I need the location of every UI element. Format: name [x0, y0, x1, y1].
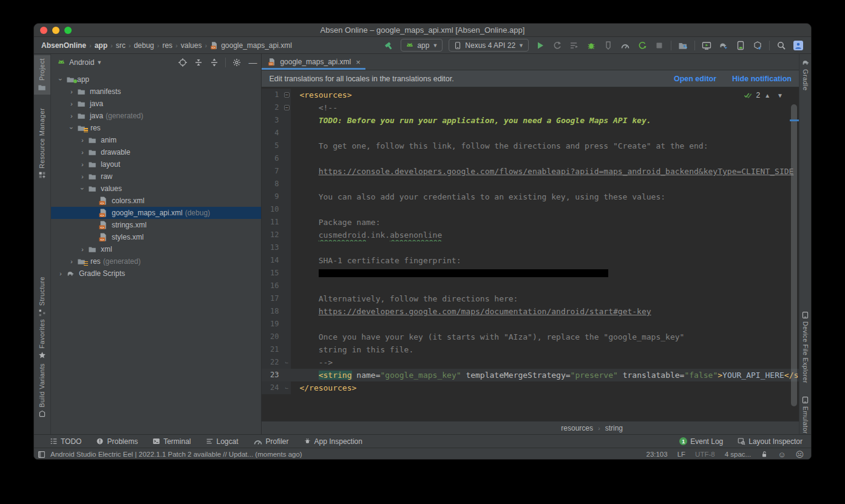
hide-panel-icon[interactable]: —	[248, 58, 257, 67]
locate-file-icon[interactable]	[178, 58, 188, 67]
tree-item-manifests[interactable]: ›manifests	[51, 86, 261, 98]
code-line-21[interactable]: 21 string in this file.	[262, 343, 799, 356]
toolwindow-terminal[interactable]: Terminal	[152, 437, 191, 446]
line-ending[interactable]: LF	[677, 451, 685, 458]
sad-face-icon[interactable]: ☹	[795, 450, 804, 459]
tree-chevron-icon[interactable]: ›	[78, 173, 87, 180]
running-devices-icon[interactable]	[701, 40, 712, 51]
code-line-6[interactable]: 6	[262, 152, 799, 165]
tree-item-res[interactable]: ›res(generated)	[51, 255, 261, 267]
tree-chevron-icon[interactable]: ›	[78, 161, 87, 168]
code-editor[interactable]: 1−<resources>2− <!--3 TODO: Before you r…	[262, 87, 799, 421]
tree-item-values[interactable]: ›values	[51, 183, 261, 195]
tree-chevron-icon[interactable]: ›	[56, 270, 66, 277]
code-line-1[interactable]: 1−<resources>	[262, 89, 799, 101]
stop-button[interactable]	[654, 40, 665, 51]
tree-chevron-icon[interactable]: ›	[67, 258, 76, 265]
avd-manager-icon[interactable]	[735, 40, 746, 51]
code-line-4[interactable]: 4	[262, 127, 799, 139]
code-line-19[interactable]: 19	[262, 318, 799, 331]
code-line-8[interactable]: 8	[262, 178, 799, 190]
tree-item-gradle-scripts[interactable]: ›Gradle Scripts	[51, 267, 261, 280]
run-configuration-select[interactable]: app ▼	[401, 39, 443, 52]
tree-item-layout[interactable]: ›layout	[51, 158, 261, 170]
sidebar-item-structure[interactable]: Structure	[34, 274, 50, 320]
tree-item-java[interactable]: ›java	[51, 98, 261, 110]
code-line-7[interactable]: 7 https://console.developers.google.com/…	[262, 165, 799, 178]
code-line-13[interactable]: 13	[262, 241, 799, 254]
fold-marker-icon[interactable]: −	[282, 89, 291, 101]
sidebar-item-device-file-explorer[interactable]: Device File Explorer	[799, 307, 811, 386]
fold-marker-icon[interactable]: ⌐	[282, 356, 291, 369]
next-problem-icon[interactable]: ▼	[777, 92, 783, 99]
tree-chevron-icon[interactable]: ›	[78, 136, 87, 144]
breadcrumb-item[interactable]: app	[95, 41, 107, 50]
inspection-widget[interactable]: 2 ▲ ▼	[744, 91, 784, 99]
prev-problem-icon[interactable]: ▲	[764, 92, 770, 99]
apply-code-changes-button[interactable]	[569, 40, 580, 51]
encoding[interactable]: UTF-8	[695, 451, 715, 458]
code-line-11[interactable]: 11 Package name:	[262, 216, 799, 229]
toolwindow-logcat[interactable]: Logcat	[206, 437, 239, 446]
layout-inspector-button[interactable]: Layout Inspector	[738, 437, 803, 446]
tree-chevron-icon[interactable]: ›	[78, 149, 87, 156]
breadcrumb-item[interactable]: res	[162, 41, 172, 50]
sidebar-item-favorites[interactable]: Favorites	[34, 316, 50, 363]
attach-debugger-icon[interactable]	[603, 40, 614, 51]
code-line-16[interactable]: 16	[262, 280, 799, 292]
code-line-17[interactable]: 17 Alternatively, follow the directions …	[262, 292, 799, 305]
status-message[interactable]: Android Studio Electric Eel | 2022.1.1 P…	[50, 451, 302, 458]
chevron-down-icon[interactable]: ▼	[97, 59, 102, 66]
code-line-18[interactable]: 18 https://developers.google.com/maps/do…	[262, 305, 799, 318]
readonly-lock-icon[interactable]	[761, 451, 768, 458]
code-line-12[interactable]: 12 cusmedroid.ink.absenonline	[262, 229, 799, 241]
breadcrumb-item[interactable]: src	[116, 41, 126, 50]
run-button[interactable]	[535, 40, 546, 51]
toolwindow-switcher-icon[interactable]	[38, 451, 46, 459]
code-line-14[interactable]: 14 SHA-1 certificate fingerprint:	[262, 254, 799, 267]
tree-chevron-icon[interactable]: ›	[57, 75, 64, 84]
user-avatar[interactable]	[793, 40, 804, 51]
breadcrumb-item[interactable]: debug	[134, 41, 154, 50]
toolwindow-todo[interactable]: TODO	[50, 437, 81, 446]
tree-chevron-icon[interactable]: ›	[67, 88, 76, 95]
code-line-5[interactable]: 5 To get one, follow this link, follow t…	[262, 139, 799, 152]
breadcrumb-item[interactable]: AbsenOnline	[41, 41, 86, 50]
gradle-sync-icon[interactable]	[718, 40, 729, 51]
tree-item-styles-xml[interactable]: <>styles.xml	[51, 231, 261, 243]
sidebar-item-build-variants[interactable]: Build Variants	[34, 360, 50, 422]
code-line-2[interactable]: 2− <!--	[262, 101, 799, 114]
indent-setting[interactable]: 4 spac...	[725, 451, 751, 458]
expand-all-icon[interactable]	[194, 58, 203, 67]
settings-gear-icon[interactable]	[232, 58, 242, 67]
breadcrumb-item[interactable]: <>google_maps_api.xml	[210, 41, 292, 50]
code-line-9[interactable]: 9 You can also add your credentials to a…	[262, 190, 799, 203]
intention-bulb-icon[interactable]	[297, 371, 305, 378]
code-line-23[interactable]: 23 <string name="google_maps_key" templa…	[262, 369, 799, 381]
code-line-20[interactable]: 20 Once you have your key (it starts wit…	[262, 331, 799, 343]
fold-marker-icon[interactable]: ⌐	[282, 381, 291, 394]
debug-button[interactable]	[586, 40, 597, 51]
project-view-selector[interactable]: Android	[69, 58, 94, 67]
event-log-button[interactable]: 1 Event Log	[679, 437, 723, 446]
tree-item-java[interactable]: ›java(generated)	[51, 110, 261, 122]
fold-marker-icon[interactable]: −	[282, 101, 291, 114]
tree-chevron-icon[interactable]: ›	[78, 246, 87, 253]
build-hammer-icon[interactable]	[384, 40, 395, 51]
sidebar-item-emulator[interactable]: Emulator	[799, 392, 811, 437]
rerun-with-changes-button[interactable]	[637, 40, 648, 51]
tree-item-strings-xml[interactable]: <>strings.xml	[51, 219, 261, 231]
code-line-10[interactable]: 10	[262, 203, 799, 216]
code-line-24[interactable]: 24⌐</resources>	[262, 381, 799, 394]
code-line-22[interactable]: 22⌐ -->	[262, 356, 799, 369]
open-editor-link[interactable]: Open editor	[674, 75, 716, 83]
caret-position[interactable]: 23:103	[646, 451, 667, 458]
tree-item-drawable[interactable]: ›drawable	[51, 146, 261, 158]
sidebar-item-gradle[interactable]: Gradle	[799, 55, 811, 93]
toolwindow-app-inspection[interactable]: App Inspection	[304, 437, 362, 446]
sidebar-item-resource-manager[interactable]: Resource Manager	[34, 105, 50, 183]
breadcrumb-string[interactable]: string	[605, 424, 623, 432]
tree-chevron-icon[interactable]: ›	[67, 100, 76, 107]
breadcrumb-item[interactable]: values	[181, 41, 202, 50]
collapse-all-icon[interactable]	[209, 58, 219, 67]
